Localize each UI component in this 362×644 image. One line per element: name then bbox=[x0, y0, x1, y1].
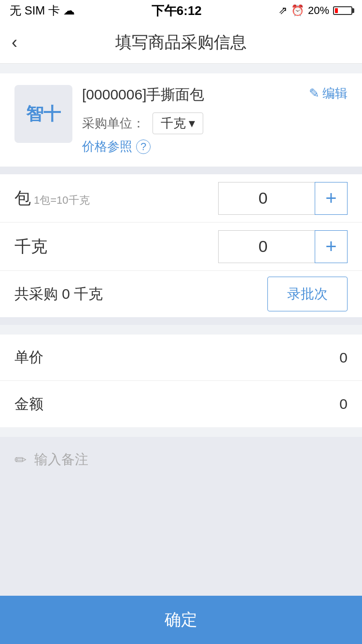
unit-label: 采购单位： bbox=[82, 115, 145, 132]
qty-plus-bag[interactable]: + bbox=[315, 182, 348, 215]
unit-dropdown-icon: ▾ bbox=[189, 116, 195, 131]
amount-label: 金额 bbox=[14, 394, 43, 414]
product-name: [0000006]手撕面包 bbox=[82, 85, 348, 105]
battery-percent: 20% bbox=[308, 4, 329, 17]
price-section: 单价 0 金额 0 bbox=[0, 335, 362, 427]
summary-text: 共采购 0 千克 bbox=[14, 284, 103, 304]
price-ref-help-icon[interactable]: ? bbox=[136, 140, 151, 154]
status-left: 无 SIM 卡 ☁ bbox=[10, 3, 75, 18]
qty-input-wrapper-kg: + bbox=[92, 230, 348, 263]
edit-button[interactable]: ✎ 编辑 bbox=[309, 85, 348, 102]
quantity-section: 包1包=10千克 + 千克 + bbox=[0, 174, 362, 271]
unit-price-row: 单价 0 bbox=[0, 335, 362, 381]
pencil-icon: ✏ bbox=[14, 451, 27, 468]
product-info: [0000006]手撕面包 采购单位： 千克 ▾ 价格参照 ? bbox=[82, 85, 348, 155]
price-ref-label[interactable]: 价格参照 bbox=[82, 138, 132, 155]
status-bar: 无 SIM 卡 ☁ 下午6:12 ⇗ ⏰ 20% bbox=[0, 0, 362, 21]
nav-bar: ‹ 填写商品采购信息 bbox=[0, 21, 362, 64]
unit-select[interactable]: 千克 ▾ bbox=[153, 112, 203, 134]
status-time: 下午6:12 bbox=[152, 2, 202, 19]
qty-input-kg[interactable] bbox=[218, 230, 315, 263]
edit-icon: ✎ bbox=[309, 86, 320, 101]
product-card: 智十 [0000006]手撕面包 采购单位： 千克 ▾ 价格参照 ? ✎ 编辑 bbox=[0, 73, 362, 167]
price-ref-row: 价格参照 ? bbox=[82, 138, 348, 155]
remark-placeholder: 输入备注 bbox=[34, 450, 88, 469]
separator-2 bbox=[0, 317, 362, 325]
qty-row-kg: 千克 + bbox=[0, 223, 362, 271]
qty-input-wrapper-bag: + bbox=[92, 182, 348, 215]
product-unit-row: 采购单位： 千克 ▾ bbox=[82, 112, 348, 134]
qty-sub-bag: 1包=10千克 bbox=[34, 194, 90, 206]
battery-icon bbox=[333, 6, 352, 15]
qty-input-bag[interactable] bbox=[218, 182, 315, 215]
status-right: ⇗ ⏰ 20% bbox=[278, 4, 352, 17]
unit-value: 千克 bbox=[161, 115, 186, 132]
batch-button[interactable]: 录批次 bbox=[267, 277, 348, 311]
unit-price-label: 单价 bbox=[14, 348, 43, 367]
unit-price-value: 0 bbox=[339, 350, 348, 366]
qty-label-bag: 包1包=10千克 bbox=[14, 187, 92, 210]
navigation-icon: ⇗ bbox=[278, 4, 287, 17]
separator-1 bbox=[0, 167, 362, 174]
qty-label-kg: 千克 bbox=[14, 236, 92, 258]
summary-row: 共采购 0 千克 录批次 bbox=[0, 271, 362, 317]
qty-plus-kg[interactable]: + bbox=[315, 230, 348, 263]
qty-row-bag: 包1包=10千克 + bbox=[0, 174, 362, 223]
page-title: 填写商品采购信息 bbox=[115, 31, 247, 54]
sim-status: 无 SIM 卡 ☁ bbox=[10, 3, 75, 18]
amount-row: 金额 0 bbox=[0, 381, 362, 427]
back-button[interactable]: ‹ bbox=[12, 32, 17, 53]
edit-label: 编辑 bbox=[322, 85, 348, 102]
alarm-icon: ⏰ bbox=[291, 4, 304, 17]
confirm-label: 确定 bbox=[165, 609, 197, 631]
confirm-button[interactable]: 确定 bbox=[0, 596, 362, 644]
amount-value: 0 bbox=[339, 396, 348, 412]
product-thumbnail: 智十 bbox=[14, 85, 72, 143]
